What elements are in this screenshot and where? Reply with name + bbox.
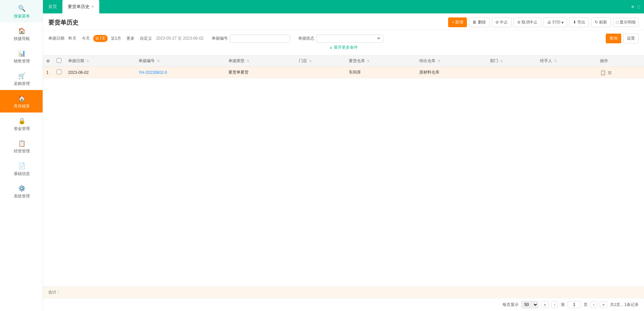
sidebar-item-label: 系统管理 (14, 193, 30, 199)
sidebar: 🔍 搜索菜单 🏠 快捷导航 📊 销售管理 🛒 采购管理 🏠 库存核算 🔒 资金管… (0, 0, 43, 311)
sidebar-item-finance[interactable]: 🔒 资金管理 (0, 113, 43, 135)
system-icon: ⚙️ (18, 185, 25, 192)
expand-more[interactable]: ∨ 展开更多条件 (48, 43, 639, 52)
col-settings[interactable]: ⚙ (43, 55, 53, 67)
first-page-button[interactable]: « (541, 301, 549, 308)
shortcut-last7days[interactable]: 近7天 (93, 35, 108, 42)
shortcut-last1month[interactable]: 近1月 (109, 35, 123, 42)
order-no-input[interactable] (230, 35, 290, 43)
row-dest-warehouse: 原材料仓库 (416, 67, 486, 78)
sidebar-item-label: 快捷导航 (14, 36, 30, 42)
toolbar: + 新增 🗑 删除 ⊘ 中止 ⊘ 取消中止 🖨 打印 ▾ ⬇ 导出 ↻ 刷新 □… (448, 17, 639, 27)
tab-active[interactable]: 要货单历史 × (62, 0, 99, 13)
table-row: 1 2023-06-02 YH-20230602-0 要货单要货 车间库 原材料… (43, 67, 644, 78)
row-order-no: YH-20230602-0 (135, 67, 225, 78)
filter-row: 单据日期 昨天 今天 近7天 近1月 更多 自定义 2023-05-27 至 2… (48, 34, 639, 43)
cancel-stop-button[interactable]: ⊘ 取消中止 (514, 17, 541, 27)
sidebar-item-system[interactable]: ⚙️ 系统管理 (0, 180, 43, 203)
operations-icon: 📋 (18, 140, 25, 147)
sort-icon-store[interactable]: ⇅ (309, 59, 312, 63)
col-department: 部门 ⇅ (487, 55, 537, 67)
sort-icon-req-wh[interactable]: ⇅ (367, 59, 370, 63)
sidebar-item-search[interactable]: 🔍 搜索菜单 (0, 0, 43, 23)
row-checkbox (53, 67, 65, 78)
page-number-input[interactable] (568, 301, 581, 308)
table-footer: 合计： (43, 286, 644, 298)
table-wrapper: ⚙ 单据日期 ⇅ 单据编号 ⇅ 单据类型 (43, 55, 644, 286)
sort-icon-handler[interactable]: ⇅ (554, 59, 557, 63)
tab-home-label: 首页 (48, 4, 57, 10)
status-select[interactable] (316, 35, 383, 43)
row-store (296, 67, 345, 78)
home-icon: 🏠 (18, 27, 25, 35)
shortcut-more[interactable]: 更多 (124, 35, 137, 42)
filter-actions: 查询 设置 (606, 34, 639, 43)
purchase-icon: 🛒 (18, 72, 25, 80)
status-filter: 单据状态 (298, 35, 383, 43)
delete-button[interactable]: 🗑 删除 (469, 17, 489, 27)
col-store: 门店 ⇅ (296, 55, 345, 67)
next-page-button[interactable]: › (590, 301, 597, 308)
new-button[interactable]: + 新增 (448, 17, 467, 27)
chevron-down-icon: ∨ (329, 45, 332, 50)
sidebar-item-purchase[interactable]: 🛒 采购管理 (0, 68, 43, 90)
prev-page-button[interactable]: ‹ (551, 301, 558, 308)
finance-icon: 🔒 (18, 117, 25, 125)
print-button[interactable]: 🖨 打印 ▾ (543, 17, 567, 27)
status-label: 单据状态 (298, 36, 314, 41)
row-index: 1 (43, 67, 53, 78)
expand-more-label: 展开更多条件 (334, 45, 358, 50)
sidebar-item-inventory[interactable]: 🏠 库存核算 (0, 90, 43, 113)
basicinfo-icon: 📄 (18, 162, 25, 170)
inventory-icon: 🏠 (18, 95, 25, 102)
order-no-link[interactable]: YH-20230602-0 (139, 70, 167, 75)
row-select-checkbox[interactable] (57, 70, 61, 74)
page-suffix: 页 (584, 302, 588, 308)
per-page-select[interactable]: 50 10 20 100 (521, 301, 538, 308)
row-edit-icon[interactable]: 📋 (600, 70, 606, 75)
row-handler (537, 67, 597, 78)
sort-icon-type[interactable]: ⇅ (247, 59, 249, 63)
col-order-type: 单据类型 ⇅ (225, 55, 296, 67)
sidebar-item-label: 资金管理 (14, 126, 30, 132)
sort-icon-date[interactable]: ⇅ (86, 59, 89, 63)
stop-button[interactable]: ⊘ 中止 (492, 17, 512, 27)
row-order-type: 要货单要货 (225, 67, 296, 78)
sidebar-item-operations[interactable]: 📋 经营管理 (0, 135, 43, 158)
sort-icon-dept[interactable]: ⇅ (500, 59, 503, 63)
sidebar-item-label: 基础信息 (14, 171, 30, 177)
tab-home[interactable]: 首页 (43, 0, 62, 13)
row-order-date: 2023-06-02 (65, 67, 135, 78)
shortcut-today[interactable]: 今天 (80, 35, 92, 42)
query-button[interactable]: 查询 (606, 34, 621, 43)
row-department (487, 67, 537, 78)
refresh-button[interactable]: ↻ 刷新 (591, 17, 611, 27)
sidebar-item-basicinfo[interactable]: 📄 基础信息 (0, 158, 43, 180)
topbar-right: ✕ □ (631, 4, 644, 9)
sort-icon-no[interactable]: ⇅ (157, 59, 160, 63)
tab-active-label: 要货单历史 (68, 4, 90, 10)
pagination-area: 每页显示 50 10 20 100 « ‹ 第 页 › » 共1页，1条记录 (43, 298, 644, 311)
sort-icon-dest-wh[interactable]: ⇅ (438, 59, 440, 63)
shortcut-yesterday[interactable]: 昨天 (66, 35, 78, 42)
col-actions: 操作 (597, 55, 644, 67)
settings-button[interactable]: 设置 (623, 34, 639, 43)
search-menu-icon: 🔍 (18, 5, 25, 12)
print-label: 🖨 打印 (547, 19, 560, 25)
tab-close-icon[interactable]: × (92, 4, 94, 9)
filter-area: 单据日期 昨天 今天 近7天 近1月 更多 自定义 2023-05-27 至 2… (43, 30, 644, 55)
shortcut-custom[interactable]: 自定义 (138, 35, 154, 42)
per-page-label: 每页显示 (502, 302, 519, 308)
select-all-checkbox[interactable] (57, 58, 61, 63)
window-maximize-icon[interactable]: □ (637, 4, 640, 9)
row-delete-icon[interactable]: ⊞ (608, 70, 612, 75)
date-filter-label: 单据日期 (48, 36, 64, 41)
export-button[interactable]: ⬇ 导出 (569, 17, 589, 27)
last-page-button[interactable]: » (600, 301, 607, 308)
total-info: 共1页，1条记录 (610, 302, 639, 308)
sidebar-item-quicknav[interactable]: 🏠 快捷导航 (0, 23, 43, 45)
show-detail-button[interactable]: □ 显示明细 (613, 18, 639, 27)
page-header: 要货单历史 + 新增 🗑 删除 ⊘ 中止 ⊘ 取消中止 🖨 打印 ▾ ⬇ 导出 … (43, 13, 644, 30)
window-close-icon[interactable]: ✕ (631, 4, 635, 9)
sidebar-item-sales[interactable]: 📊 销售管理 (0, 45, 43, 68)
